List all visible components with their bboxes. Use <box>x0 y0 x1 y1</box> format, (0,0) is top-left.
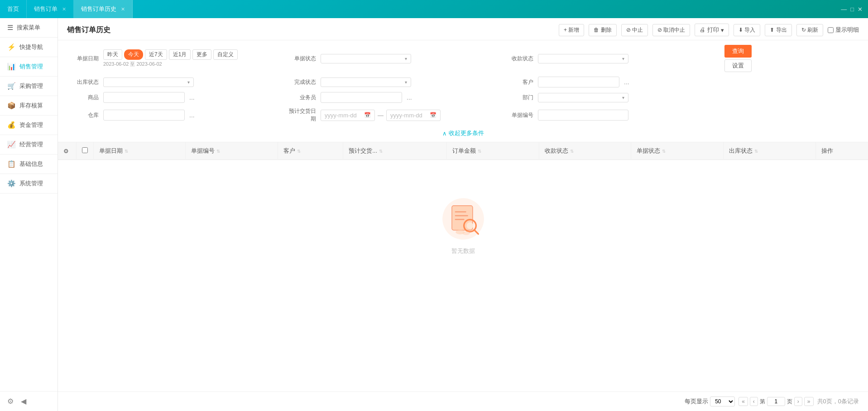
tab-sales-order-label: 销售订单 <box>34 5 58 13</box>
delivery-date-start-text: yyyy-mm-dd <box>325 112 357 119</box>
stock-out-select[interactable]: ▾ <box>103 77 194 87</box>
new-btn[interactable]: + 新增 <box>559 24 584 36</box>
sidebar-item-operations[interactable]: 📈 经营管理 <box>0 135 58 155</box>
collapse-btn[interactable]: ∧ 收起更多条件 <box>442 129 484 137</box>
th-amount[interactable]: 订单金额 ⇅ <box>446 142 539 160</box>
sort-date-icon: ⇅ <box>125 149 128 154</box>
more-btn[interactable]: 更多 <box>192 49 211 60</box>
filter-row-1: 单据日期 昨天 今天 近7天 近1月 更多 自定义 2023-06-02 至 2… <box>67 45 859 72</box>
prev-page-btn[interactable]: ‹ <box>750 397 758 406</box>
sidebar-item-inventory[interactable]: 📦 库存核算 <box>0 96 58 116</box>
empty-icon <box>441 196 486 242</box>
maximize-btn[interactable]: □ <box>850 6 854 13</box>
page-size-dropdown[interactable]: 20 50 100 <box>710 396 735 406</box>
toolbar: + 新增 🗑 删除 ⊘ 中止 ⊘ 取消中止 🖨 打印 ▾ ⬇ 导入 ⬆ 导出 ↻… <box>559 24 859 36</box>
stop-btn[interactable]: ⊘ 中止 <box>621 24 648 36</box>
sidebar-item-sales-mgmt-label: 销售管理 <box>19 63 43 71</box>
complete-status-select[interactable]: ▾ <box>321 77 411 87</box>
status-select[interactable]: ▾ <box>321 54 411 63</box>
sidebar-collapse-icon[interactable]: ◀ <box>21 397 26 406</box>
custom-btn[interactable]: 自定义 <box>213 49 238 60</box>
last-page-btn[interactable]: » <box>804 397 814 406</box>
delivery-date-end-text: yyyy-mm-dd <box>390 112 422 119</box>
filter-settings-btn[interactable]: 设置 <box>724 59 752 72</box>
tab-sales-order-history[interactable]: 销售订单历史 ✕ <box>74 0 133 18</box>
product-label: 商品 <box>67 94 103 102</box>
sidebar-item-system-mgmt[interactable]: ⚙️ 系统管理 <box>0 174 58 193</box>
product-input[interactable] <box>103 92 185 103</box>
sidebar-settings-icon[interactable]: ⚙ <box>7 397 14 406</box>
salesperson-input[interactable] <box>321 92 402 103</box>
today-btn[interactable]: 今天 <box>124 49 143 60</box>
display-cols-checkbox[interactable]: 显示明细 <box>828 26 859 34</box>
sidebar-item-basic-info[interactable]: 📋 基础信息 <box>0 155 58 174</box>
page-number-input[interactable] <box>767 397 785 406</box>
complete-status-label: 完成状态 <box>284 78 321 86</box>
refresh-btn[interactable]: ↻ 刷新 <box>796 24 823 36</box>
sidebar-item-search-menu[interactable]: ☰ 搜索菜单 <box>0 18 58 38</box>
date-range-text: 2023-06-02 至 2023-06-02 <box>103 61 238 68</box>
complete-status-arrow-icon: ▾ <box>405 80 407 85</box>
salesperson-dots-btn[interactable]: ... <box>407 94 412 101</box>
delivery-date-end[interactable]: yyyy-mm-dd 📅 <box>386 110 441 121</box>
tab-home[interactable]: 销售订单历史 首页 <box>0 0 27 18</box>
sidebar-item-finance[interactable]: 💰 资金管理 <box>0 116 58 135</box>
export-btn[interactable]: ⬆ 导出 <box>765 24 791 36</box>
next-page-btn[interactable]: › <box>794 397 802 406</box>
th-no[interactable]: 单据编号 ⇅ <box>186 142 278 160</box>
page-size-label: 每页显示 <box>685 397 708 406</box>
stock-out-label: 出库状态 <box>67 78 103 86</box>
tab-sales-order[interactable]: 销售订单 ✕ <box>27 0 74 18</box>
warehouse-dots-btn[interactable]: ... <box>189 111 195 119</box>
yesterday-btn[interactable]: 昨天 <box>103 49 122 60</box>
payment-status-arrow-icon: ▾ <box>622 56 624 61</box>
query-btn[interactable]: 查询 <box>724 45 752 58</box>
sidebar-item-quick-nav[interactable]: ⚡ 快捷导航 <box>0 38 58 57</box>
product-dots-btn[interactable]: ... <box>189 94 195 101</box>
print-arrow-icon: ▾ <box>721 27 724 34</box>
th-stock-status[interactable]: 出库状态 ⇅ <box>724 142 816 160</box>
tab-sales-order-close[interactable]: ✕ <box>62 6 66 12</box>
svg-rect-4 <box>455 219 464 220</box>
cancel-stop-btn[interactable]: ⊘ 取消中止 <box>652 24 690 36</box>
dept-select[interactable]: ▾ <box>538 93 628 102</box>
page-number-label: 第 <box>760 398 765 406</box>
th-delivery[interactable]: 预计交货... ⇅ <box>343 142 447 160</box>
import-btn[interactable]: ⬇ 导入 <box>734 24 760 36</box>
minimize-btn[interactable]: — <box>841 6 847 13</box>
tab-sales-order-history-label: 销售订单历史 <box>81 5 116 13</box>
th-delivery-label: 预计交货... <box>349 147 377 155</box>
delete-btn[interactable]: 🗑 删除 <box>589 24 616 36</box>
first-page-btn[interactable]: « <box>739 397 748 406</box>
print-btn[interactable]: 🖨 打印 ▾ <box>695 24 729 36</box>
th-checkbox[interactable] <box>76 142 93 160</box>
svg-rect-3 <box>455 215 468 217</box>
warehouse-input[interactable] <box>103 110 185 121</box>
sidebar-item-purchase-mgmt[interactable]: 🛒 采购管理 <box>0 77 58 96</box>
payment-status-select[interactable]: ▾ <box>538 54 628 63</box>
th-doc-status[interactable]: 单据状态 ⇅ <box>631 142 724 160</box>
th-operation: 操作 <box>815 142 868 160</box>
delivery-date-label: 预计交货日期 <box>284 107 321 123</box>
1month-btn[interactable]: 近1月 <box>169 49 191 60</box>
status-arrow-icon: ▾ <box>405 56 407 61</box>
th-payment-status[interactable]: 收款状态 ⇅ <box>539 142 631 160</box>
th-date[interactable]: 单据日期 ⇅ <box>93 142 186 160</box>
delivery-date-start[interactable]: yyyy-mm-dd 📅 <box>321 110 375 121</box>
display-cols-input[interactable] <box>828 27 834 33</box>
order-no-input[interactable] <box>538 110 628 121</box>
th-settings[interactable]: ⚙ <box>58 142 76 160</box>
7days-btn[interactable]: 近7天 <box>145 49 167 60</box>
th-customer[interactable]: 客户 ⇅ <box>278 142 343 160</box>
select-all-checkbox[interactable] <box>82 147 88 153</box>
customer-dots-btn[interactable]: ... <box>624 78 629 86</box>
sidebar-item-sales-mgmt[interactable]: 📊 销售管理 <box>0 57 58 77</box>
warehouse-filter-control: ... <box>103 110 275 121</box>
purchase-mgmt-icon: 🛒 <box>7 82 16 90</box>
close-btn[interactable]: ✕ <box>858 6 863 13</box>
data-table: ⚙ 单据日期 ⇅ 单据编号 <box>58 142 868 291</box>
collapse-label: 收起更多条件 <box>449 129 484 137</box>
customer-input[interactable] <box>538 77 619 87</box>
tab-sales-order-history-close[interactable]: ✕ <box>121 6 125 12</box>
sidebar-item-basic-info-label: 基础信息 <box>19 160 43 168</box>
